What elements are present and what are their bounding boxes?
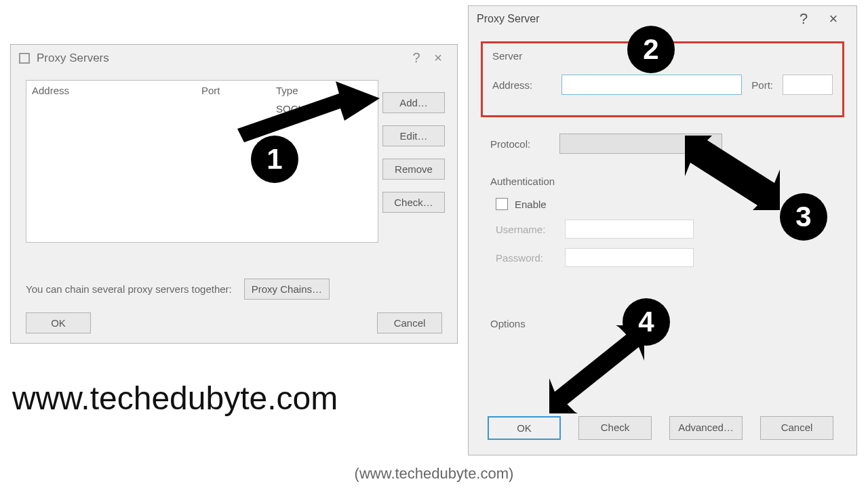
- dialog2-title-text: Proxy Server: [477, 13, 539, 25]
- dlg2-check-button[interactable]: Check: [578, 416, 652, 440]
- dlg1-cancel-button[interactable]: Cancel: [377, 312, 442, 333]
- svg-marker-2: [692, 136, 780, 210]
- dialog2-buttons: OK Check Advanced… Cancel: [469, 416, 856, 440]
- help-icon[interactable]: ?: [789, 10, 818, 28]
- username-label: Username:: [496, 224, 555, 235]
- annotation-badge-4: 4: [623, 298, 670, 346]
- watermark-text: www.techedubyte.com: [12, 380, 338, 417]
- server-group-label: Server: [492, 50, 522, 62]
- arrow-3-icon: [685, 136, 780, 210]
- dlg1-ok-button[interactable]: OK: [26, 312, 91, 333]
- protocol-label: Protocol:: [490, 138, 550, 150]
- svg-marker-0: [237, 81, 380, 142]
- chain-row: You can chain several proxy servers toge…: [26, 279, 330, 300]
- help-icon[interactable]: ?: [406, 50, 427, 66]
- options-label: Options: [490, 318, 526, 329]
- password-input[interactable]: [565, 248, 694, 267]
- dialog2-titlebar: Proxy Server ? ×: [469, 6, 856, 32]
- checkbox-icon: [496, 198, 508, 210]
- chain-text: You can chain several proxy servers toge…: [26, 283, 232, 295]
- app-icon: [19, 53, 30, 64]
- port-input[interactable]: [783, 75, 833, 95]
- remove-button[interactable]: Remove: [382, 159, 445, 180]
- col-address: Address: [32, 85, 201, 96]
- caption-text: (www.techedubyte.com): [0, 465, 868, 483]
- dlg2-advanced-button[interactable]: Advanced…: [669, 416, 743, 440]
- dlg2-ok-button[interactable]: OK: [488, 416, 561, 440]
- annotation-badge-2: 2: [627, 26, 675, 73]
- annotation-badge-1: 1: [251, 136, 298, 183]
- add-button[interactable]: Add…: [382, 92, 445, 113]
- proxy-servers-dialog: Proxy Servers ? × Address Port Type SOCK…: [10, 44, 458, 344]
- dialog1-titlebar: Proxy Servers ? ×: [11, 45, 457, 71]
- close-icon[interactable]: ×: [427, 50, 449, 66]
- cell-address: [32, 103, 201, 115]
- dlg2-cancel-button[interactable]: Cancel: [760, 416, 833, 440]
- enable-label: Enable: [515, 199, 547, 210]
- port-label: Port:: [751, 79, 773, 91]
- dialog1-title-text: Proxy Servers: [37, 52, 109, 65]
- arrow-1-icon: [237, 81, 380, 142]
- password-label: Password:: [496, 252, 555, 264]
- annotation-badge-3: 3: [780, 193, 827, 241]
- username-input[interactable]: [565, 220, 694, 239]
- check-button[interactable]: Check…: [382, 192, 445, 213]
- close-icon[interactable]: ×: [818, 10, 848, 28]
- edit-button[interactable]: Edit…: [382, 125, 445, 146]
- address-label: Address:: [492, 79, 552, 91]
- side-buttons: Add… Edit… Remove Check…: [382, 92, 445, 213]
- proxy-chains-button[interactable]: Proxy Chains…: [244, 279, 330, 300]
- address-input[interactable]: [561, 75, 742, 95]
